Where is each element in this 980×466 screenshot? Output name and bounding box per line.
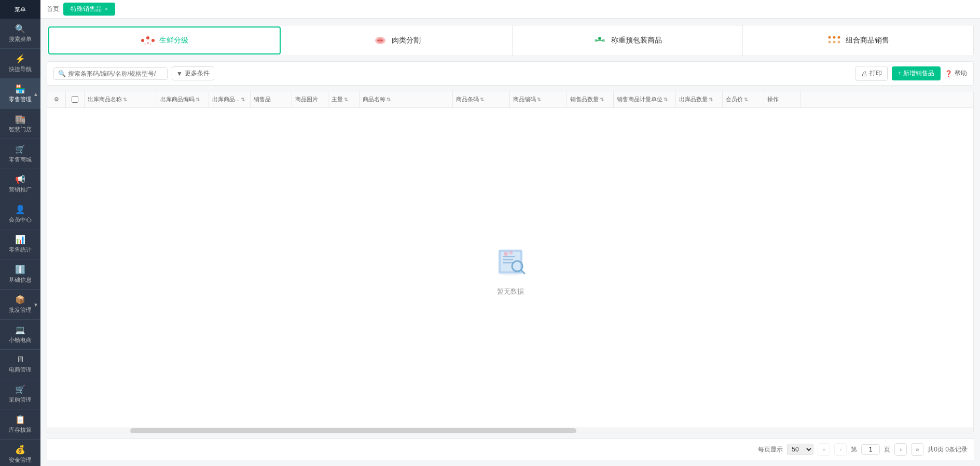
sidebar-item-label: 电商管理 bbox=[9, 366, 32, 374]
sidebar-item-finance[interactable]: 💰 资金管理 bbox=[0, 440, 40, 466]
sidebar-item-label: 零售商城 bbox=[9, 156, 32, 163]
search-input[interactable] bbox=[68, 70, 156, 77]
search-box[interactable]: 🔍 bbox=[53, 67, 168, 80]
th-member-price-label: 会员价 bbox=[726, 95, 743, 103]
filter-button[interactable]: ▼ 更多条件 bbox=[172, 66, 214, 80]
meat-cut-icon bbox=[373, 35, 388, 46]
topbar: 首页 特殊销售品 × bbox=[40, 0, 980, 19]
page-input[interactable] bbox=[861, 444, 880, 455]
page-label: 第 bbox=[851, 445, 857, 454]
sort-icon-4[interactable]: ⇅ bbox=[344, 97, 348, 102]
tab-fresh-grade[interactable]: 生鲜分级 bbox=[48, 26, 281, 54]
th-action: 操作 bbox=[764, 91, 800, 107]
sidebar-item-label: 采购管理 bbox=[9, 396, 32, 404]
sidebar: 菜单 🔍 搜索菜单 ⚡ 快捷导航 🏪 零售管理 ▲ 🏬 智慧门店 🛒 零售商城 … bbox=[0, 0, 40, 466]
th-member-price: 会员价 ⇅ bbox=[723, 91, 764, 107]
sort-icon-5[interactable]: ⇅ bbox=[387, 97, 391, 102]
th-out-qty: 出库品数量 ⇅ bbox=[676, 91, 723, 107]
help-button[interactable]: ❓ 帮助 bbox=[945, 69, 967, 78]
next-page-icon: › bbox=[900, 446, 902, 453]
th-sale-item-label: 销售品 bbox=[254, 95, 271, 103]
toolbar-right: 🖨 打印 + 新增销售品 ❓ 帮助 bbox=[855, 66, 967, 81]
sort-icon-9[interactable]: ⇅ bbox=[664, 97, 668, 102]
sort-icon-11[interactable]: ⇅ bbox=[744, 97, 748, 102]
sidebar-item-smart-store[interactable]: 🏬 智慧门店 bbox=[0, 109, 40, 139]
sort-icon-6[interactable]: ⇅ bbox=[480, 97, 484, 102]
select-all-checkbox[interactable] bbox=[72, 96, 78, 103]
sidebar-item-search-menu[interactable]: 🔍 搜索菜单 bbox=[0, 19, 40, 49]
sort-icon-10[interactable]: ⇅ bbox=[709, 97, 713, 102]
svg-point-3 bbox=[147, 42, 149, 44]
last-page-button[interactable]: » bbox=[911, 443, 923, 456]
sidebar-item-basic-info[interactable]: ℹ️ 基础信息 bbox=[0, 259, 40, 290]
sidebar-item-wholesale-mgmt[interactable]: 📦 批发管理 ▼ bbox=[0, 290, 40, 320]
th-checkbox[interactable] bbox=[66, 91, 85, 107]
home-tab[interactable]: 首页 bbox=[47, 5, 59, 13]
page-size-select[interactable]: 50 10 20 100 bbox=[787, 444, 813, 455]
sidebar-item-label: 会员中心 bbox=[9, 216, 32, 224]
sidebar-item-retail-stats[interactable]: 📊 零售统计 bbox=[0, 229, 40, 259]
tab-meat-cut[interactable]: 肉类分割 bbox=[282, 25, 513, 56]
sidebar-item-member-center[interactable]: 👤 会员中心 bbox=[0, 199, 40, 229]
sidebar-item-retail-mall[interactable]: 🛒 零售商城 bbox=[0, 139, 40, 169]
th-prod-name-label: 商品名称 bbox=[363, 95, 385, 103]
sidebar-item-sales-promo[interactable]: 📢 营销推广 bbox=[0, 169, 40, 199]
th-prod-name: 商品名称 ⇅ bbox=[360, 91, 453, 107]
print-button[interactable]: 🖨 打印 bbox=[855, 66, 888, 81]
purchase-mgmt-icon: 🛒 bbox=[15, 385, 25, 394]
search-icon: 🔍 bbox=[58, 70, 66, 77]
sort-icon-7[interactable]: ⇅ bbox=[537, 97, 541, 102]
th-out-name: 出库商品名称 ⇅ bbox=[85, 91, 157, 107]
sort-icon-8[interactable]: ⇅ bbox=[600, 97, 604, 102]
empty-state: 暂无数据 bbox=[47, 108, 973, 428]
toolbar: 🔍 ▼ 更多条件 🖨 打印 + 新增销售品 ❓ 帮助 bbox=[47, 61, 974, 86]
sort-icon-2[interactable]: ⇅ bbox=[196, 97, 200, 102]
sidebar-item-ecom-mgmt[interactable]: 🖥 电商管理 bbox=[0, 350, 40, 379]
sidebar-item-label: 智慧门店 bbox=[9, 126, 32, 133]
tab-weigh-pack-label: 称重预包装商品 bbox=[611, 36, 662, 45]
sidebar-item-inventory[interactable]: 📋 库存核算 bbox=[0, 409, 40, 440]
th-barcode-label: 商品条码 bbox=[456, 95, 479, 103]
th-out-qty-label: 出库品数量 bbox=[679, 95, 708, 103]
close-tab-button[interactable]: × bbox=[105, 6, 108, 12]
th-out-name-label: 出库商品名称 bbox=[88, 95, 122, 103]
tab-fresh-grade-label: 生鲜分级 bbox=[159, 36, 188, 45]
sidebar-item-retail-mgmt[interactable]: 🏪 零售管理 ▲ bbox=[0, 79, 40, 109]
th-barcode: 商品条码 ⇅ bbox=[453, 91, 510, 107]
first-page-icon: « bbox=[822, 446, 825, 453]
horizontal-scrollbar[interactable] bbox=[47, 428, 973, 433]
sidebar-item-label: 基础信息 bbox=[9, 276, 32, 284]
sort-icon[interactable]: ⇅ bbox=[123, 97, 127, 102]
prev-page-button[interactable]: ‹ bbox=[834, 443, 847, 456]
ecom-mgmt-icon: 🖥 bbox=[16, 355, 24, 364]
tab-combo-sale[interactable]: 组合商品销售 bbox=[743, 25, 973, 56]
expand-icon: ▼ bbox=[33, 301, 38, 307]
svg-point-29 bbox=[509, 251, 513, 255]
inventory-icon: 📋 bbox=[15, 415, 25, 424]
sort-icon-3[interactable]: ⇅ bbox=[241, 97, 245, 102]
svg-rect-13 bbox=[598, 38, 601, 39]
first-page-button[interactable]: « bbox=[818, 443, 830, 456]
retail-mall-icon: 🛒 bbox=[15, 144, 25, 154]
empty-text: 暂无数据 bbox=[497, 287, 524, 296]
logo-text: 菜单 bbox=[15, 6, 26, 13]
svg-point-2 bbox=[151, 39, 155, 42]
tab-weigh-pack[interactable]: 称重预包装商品 bbox=[513, 25, 743, 56]
th-prod-code: 商品编码 ⇅ bbox=[510, 91, 567, 107]
th-settings[interactable]: ⚙ bbox=[47, 91, 66, 107]
scrollbar-thumb[interactable] bbox=[130, 428, 576, 433]
sidebar-item-label: 零售统计 bbox=[9, 246, 32, 254]
add-sales-item-button[interactable]: + 新增销售品 bbox=[892, 66, 941, 80]
search-menu-icon: 🔍 bbox=[15, 24, 25, 34]
page-suffix-label: 页 bbox=[884, 445, 890, 454]
sidebar-item-quick-nav[interactable]: ⚡ 快捷导航 bbox=[0, 49, 40, 79]
th-sale-qty-label: 销售品数量 bbox=[570, 95, 599, 103]
collapse-icon: ▲ bbox=[33, 91, 38, 97]
settings-icon: ⚙ bbox=[54, 96, 59, 103]
sidebar-item-purchase-mgmt[interactable]: 🛒 采购管理 bbox=[0, 379, 40, 409]
prev-page-icon: ‹ bbox=[839, 446, 841, 453]
sidebar-item-mini-ecom[interactable]: 💻 小畅电商 bbox=[0, 320, 40, 350]
next-page-button[interactable]: › bbox=[894, 443, 907, 456]
active-tab[interactable]: 特殊销售品 × bbox=[63, 3, 115, 16]
sidebar-item-label: 零售管理 bbox=[9, 95, 32, 103]
